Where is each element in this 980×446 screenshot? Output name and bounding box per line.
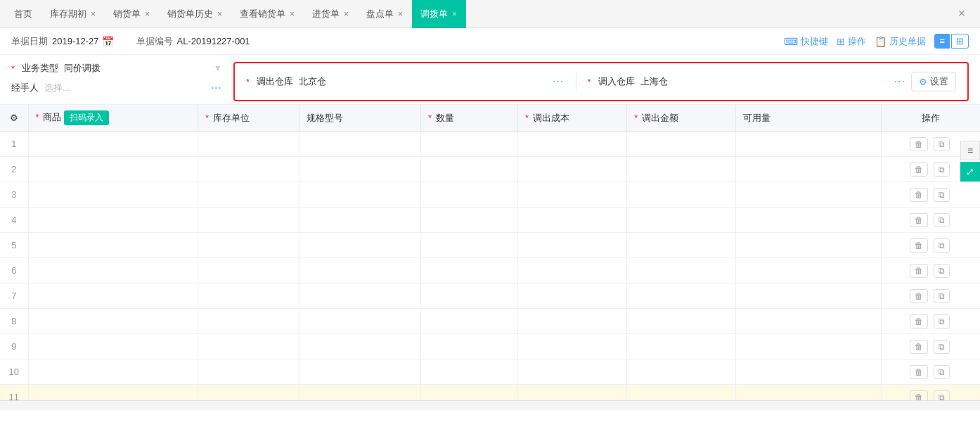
row-amount-10[interactable] [627,359,736,385]
row-amount-5[interactable] [627,233,736,258]
row-qty-8[interactable] [420,309,517,334]
row-qty-2[interactable] [420,157,517,182]
tab-transfer-close[interactable]: × [452,9,457,19]
row-unit-8[interactable] [198,309,299,334]
row-unit-11[interactable] [198,385,299,401]
handler-placeholder[interactable]: 选择... [44,82,205,94]
settings-button[interactable]: ⚙ 设置 [911,72,956,91]
tab-stocktake-close[interactable]: × [398,9,403,19]
row-available-7[interactable] [736,283,882,309]
warehouse-in-value[interactable]: 上海仓 [640,75,668,88]
row-available-4[interactable] [736,208,882,233]
row-delete-button-11[interactable]: 🗑 [910,390,928,401]
row-delete-button-5[interactable]: 🗑 [910,238,928,253]
tab-view-sales-close[interactable]: × [290,9,295,19]
row-available-1[interactable] [736,132,882,157]
shortcut-button[interactable]: ⌨ 快捷键 [784,35,828,48]
row-copy-button-2[interactable]: ⧉ [934,163,950,177]
warehouse-in-more-button[interactable]: ··· [894,75,905,88]
row-cost-1[interactable] [517,132,626,157]
row-copy-button-9[interactable]: ⧉ [934,340,950,354]
row-unit-9[interactable] [198,334,299,359]
row-delete-button-3[interactable]: 🗑 [910,188,928,202]
tab-home[interactable]: 首页 [6,0,41,28]
row-amount-11[interactable] [627,385,736,401]
row-copy-button-10[interactable]: ⧉ [934,365,950,379]
row-unit-10[interactable] [198,359,299,385]
row-spec-4[interactable] [299,208,421,233]
row-amount-7[interactable] [627,283,736,309]
row-spec-9[interactable] [299,334,421,359]
row-copy-button-8[interactable]: ⧉ [934,314,950,329]
row-product-10[interactable] [28,359,198,385]
row-spec-1[interactable] [299,132,421,157]
row-amount-8[interactable] [627,309,736,334]
row-product-11[interactable] [28,385,198,401]
warehouse-out-more-button[interactable]: ··· [553,75,564,88]
row-delete-button-4[interactable]: 🗑 [910,213,928,227]
row-available-2[interactable] [736,157,882,182]
tab-sales-history-close[interactable]: × [217,9,222,19]
row-available-5[interactable] [736,233,882,258]
row-available-9[interactable] [736,334,882,359]
row-spec-5[interactable] [299,233,421,258]
tab-sales-order[interactable]: 销货单 × [105,0,159,28]
row-copy-button-5[interactable]: ⧉ [934,238,950,253]
row-unit-7[interactable] [198,283,299,309]
row-unit-4[interactable] [198,208,299,233]
row-spec-2[interactable] [299,157,421,182]
row-delete-button-8[interactable]: 🗑 [910,314,928,329]
tab-purchase-order[interactable]: 进货单 × [304,0,358,28]
th-gear[interactable]: ⚙ [0,105,28,132]
row-product-8[interactable] [28,309,198,334]
row-cost-4[interactable] [517,208,626,233]
row-cost-10[interactable] [517,359,626,385]
row-qty-7[interactable] [420,283,517,309]
row-copy-button-6[interactable]: ⧉ [934,264,950,278]
row-available-3[interactable] [736,182,882,208]
tab-sales-history[interactable]: 销货单历史 × [159,0,231,28]
row-delete-button-1[interactable]: 🗑 [910,137,928,151]
row-unit-1[interactable] [198,132,299,157]
row-spec-3[interactable] [299,182,421,208]
side-expand-icon[interactable]: ⤢ [960,162,980,181]
row-product-7[interactable] [28,283,198,309]
business-type-select[interactable]: 同价调拨 ▼ [64,62,222,75]
row-spec-7[interactable] [299,283,421,309]
business-type-dropdown-arrow[interactable]: ▼ [214,63,222,73]
history-button[interactable]: 📋 历史单据 [875,35,926,48]
row-copy-button-1[interactable]: ⧉ [934,137,950,151]
row-delete-button-6[interactable]: 🗑 [910,264,928,278]
row-cost-11[interactable] [517,385,626,401]
side-list-icon[interactable]: ≡ [960,141,980,160]
handler-more-button[interactable]: ··· [211,82,222,94]
calendar-icon[interactable]: 📅 [102,36,114,47]
row-cost-8[interactable] [517,309,626,334]
tab-view-sales[interactable]: 查看销货单 × [231,0,304,28]
window-close-button[interactable]: × [949,1,974,27]
tab-sales-order-close[interactable]: × [145,9,150,19]
row-amount-3[interactable] [627,182,736,208]
row-available-11[interactable] [736,385,882,401]
row-product-1[interactable] [28,132,198,157]
tab-inventory-init[interactable]: 库存期初 × [41,0,105,28]
row-copy-button-7[interactable]: ⧉ [934,289,950,303]
row-product-3[interactable] [28,182,198,208]
row-product-9[interactable] [28,334,198,359]
row-product-4[interactable] [28,208,198,233]
row-copy-button-11[interactable]: ⧉ [934,390,950,401]
row-qty-5[interactable] [420,233,517,258]
row-cost-6[interactable] [517,258,626,283]
row-cost-7[interactable] [517,283,626,309]
view-list-button[interactable]: ≡ [934,34,950,49]
row-cost-5[interactable] [517,233,626,258]
tab-purchase-order-close[interactable]: × [344,9,349,19]
operations-button[interactable]: ⊞ 操作 [837,35,866,48]
row-qty-10[interactable] [420,359,517,385]
row-unit-6[interactable] [198,258,299,283]
row-delete-button-2[interactable]: 🗑 [910,163,928,177]
tab-inventory-init-close[interactable]: × [91,9,96,19]
tab-transfer[interactable]: 调拨单 × [412,0,466,28]
row-qty-11[interactable] [420,385,517,401]
row-qty-4[interactable] [420,208,517,233]
